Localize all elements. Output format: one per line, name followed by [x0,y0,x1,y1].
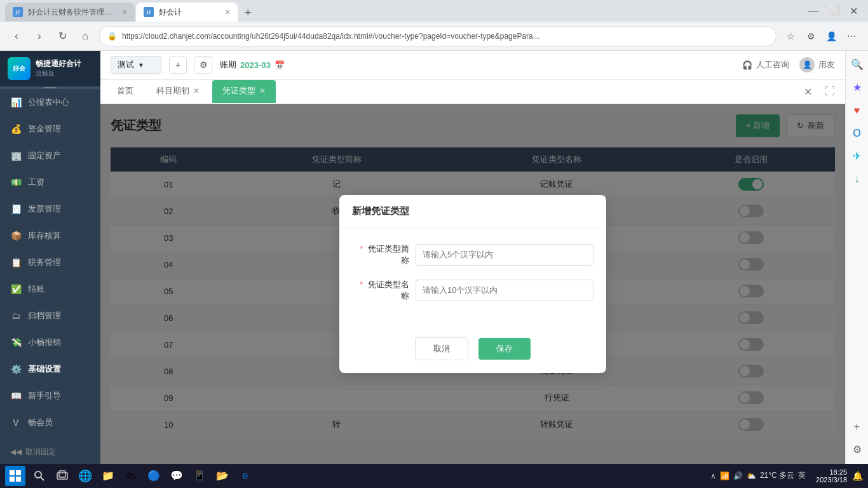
sidebar-item-inventory[interactable]: 📦 库存核算 [0,222,100,249]
sidebar-footer[interactable]: ◀◀ 取消固定 [0,440,100,464]
taskbar-time-label: 18:25 [829,468,847,476]
cancel-button[interactable]: 取消 [415,337,468,360]
period-info: 账期 2023-03 📅 [220,59,285,71]
address-text: https://cloud2.chanjet.com/accounting/uh… [122,32,768,41]
modal-header: 新增凭证类型 [339,195,606,228]
tab-voucher-close[interactable]: ✕ [259,86,266,95]
modal-body: * 凭证类型简称 * 凭证类型名称 [339,228,606,330]
consult-label: 人工咨询 [756,59,789,71]
taskbar-store-icon[interactable]: 🛍 [122,467,140,485]
minimize-btn[interactable]: — [808,5,818,17]
sidebar-item-member[interactable]: V 畅会员 [0,409,100,436]
browser-controls: ‹ › ↻ ⌂ 🔒 https://cloud2.chanjet.com/acc… [0,22,868,51]
calendar-icon[interactable]: 📅 [275,60,285,70]
tab-subject-close[interactable]: ✕ [193,86,200,95]
toolbar-right: 🎧 人工咨询 👤 用友 [742,57,835,72]
tab-close-2[interactable]: × [225,7,230,17]
user-info[interactable]: 👤 用友 [799,57,835,72]
sidebar-item-guide[interactable]: 📖 新手引导 [0,383,100,409]
tab-home[interactable]: 首页 [107,80,144,103]
taskbar-notification-icon[interactable]: 🔔 [852,471,863,481]
sidebar-item-label: 新手引导 [28,390,61,402]
menu-btn[interactable]: ⋯ [843,27,860,45]
sidebar-item-expense[interactable]: 💸 小畅报销 [0,329,100,356]
tab-close-1[interactable]: × [122,7,127,17]
address-bar[interactable]: 🔒 https://cloud2.chanjet.com/accounting/… [99,26,776,46]
tab-subject[interactable]: 科目期初 ✕ [146,80,210,103]
abbr-label-text: 凭证类型简称 [368,244,409,265]
right-outlook-icon[interactable]: O [848,125,866,142]
taskbar-file-icon[interactable]: 📁 [99,467,117,485]
taskbar-wechat-icon[interactable]: 💬 [168,467,186,485]
taskbar-time[interactable]: 18:25 2023/3/18 [816,468,847,484]
workspace-dropdown-icon: ▼ [138,62,144,69]
main-content: 测试 ▼ + ⚙ 账期 2023-03 📅 🎧 人工咨询 👤 [100,51,845,464]
right-plus-icon[interactable]: + [848,418,866,436]
taskbar-volume-icon: 🔊 [733,471,743,480]
home-button[interactable]: ⌂ [76,27,94,45]
sidebar-item-invoice[interactable]: 🧾 发票管理 [0,196,100,222]
close-btn[interactable]: ✕ [850,5,858,17]
tab-label-2: 好会计 [159,7,182,18]
taskbar-weather-icon: ⛅ [747,471,756,480]
right-send-icon[interactable]: ✈ [848,147,866,165]
abbr-label: * 凭证类型简称 [352,243,416,266]
browser-tabs: 好 好会计云财务软件管理系统_会计 × 好 好会计 × + [5,0,257,22]
sidebar-item-fixed-assets[interactable]: 🏢 固定资产 [0,142,100,169]
browser-actions: ☆ ⚙ 👤 ⋯ [782,27,860,45]
taskbar-multitask-icon[interactable] [53,467,71,485]
sidebar-item-settings[interactable]: ⚙️ 基础设置 [0,356,100,383]
sidebar-item-archive[interactable]: 🗂 归档管理 [0,302,100,329]
settings-btn[interactable]: ⚙ [194,56,212,74]
save-button[interactable]: 保存 [478,338,531,360]
refresh-button[interactable]: ↻ [53,27,71,45]
bookmark-btn[interactable]: ☆ [782,27,799,45]
taskbar-chrome-icon[interactable]: 🔵 [145,467,163,485]
sidebar-item-tax[interactable]: 📋 税务管理 [0,249,100,276]
browser-tab-2[interactable]: 好 好会计 × [136,3,238,22]
extensions-btn[interactable]: ⚙ [802,27,820,45]
right-bookmark-icon[interactable]: ★ [848,79,866,97]
expand-panel-btn[interactable]: ⛶ [821,86,839,98]
sidebar-item-checkout[interactable]: ✅ 结账 [0,276,100,302]
right-history-icon[interactable]: ♥ [848,102,866,119]
tab-voucher-type[interactable]: 凭证类型 ✕ [212,80,276,103]
restore-btn[interactable]: ⬜ [829,5,839,17]
sidebar-item-capital[interactable]: 💰 资金管理 [0,116,100,142]
back-button[interactable]: ‹ [8,27,25,45]
taskbar-start-btn[interactable] [5,466,25,486]
sidebar-item-label: 发票管理 [28,203,61,215]
taskbar-search-icon[interactable] [31,467,48,485]
app-toolbar: 测试 ▼ + ⚙ 账期 2023-03 📅 🎧 人工咨询 👤 [100,51,845,80]
svg-line-5 [41,477,44,480]
taskbar-app-icon[interactable]: 📱 [191,467,208,485]
tab-voucher-label: 凭证类型 [222,85,255,97]
browser-tab-1[interactable]: 好 好会计云财务软件管理系统_会计 × [5,3,135,22]
svg-rect-0 [10,470,15,475]
taskbar-edge-icon[interactable]: 🌐 [76,467,94,485]
profile-btn[interactable]: 👤 [822,27,840,45]
workspace-selector[interactable]: 测试 ▼ [111,56,161,74]
new-tab-button[interactable]: + [239,4,257,22]
taskbar-up-icon[interactable]: ∧ [710,471,716,480]
tab-subject-label: 科目期初 [156,85,189,97]
taskbar-folder-icon[interactable]: 📂 [214,467,231,485]
sidebar-item-announcement[interactable]: 📊 公报表中心 [0,89,100,116]
lock-icon: 🔒 [107,32,117,41]
right-settings-icon[interactable]: ⚙ [848,441,866,459]
name-label: * 凭证类型名称 [352,279,416,302]
right-download-icon[interactable]: ↓ [848,170,866,188]
page-content: 凭证类型 + 新增 ↻ 刷新 编码 [100,104,845,464]
name-input[interactable] [416,280,593,301]
forward-button[interactable]: › [31,27,48,45]
tab-label-1: 好会计云财务软件管理系统_会计 [28,7,117,18]
close-panel-btn[interactable]: ✕ [800,86,816,98]
add-workspace-btn[interactable]: + [169,56,187,74]
consult-button[interactable]: 🎧 人工咨询 [742,59,789,71]
abbr-input[interactable] [416,244,593,266]
sidebar-item-label: 公报表中心 [28,97,69,108]
sidebar-item-label: 税务管理 [28,257,61,268]
sidebar-item-salary[interactable]: 💵 工资 [0,169,100,196]
taskbar-browser-icon[interactable]: e [236,467,254,485]
right-search-icon[interactable]: 🔍 [848,56,866,74]
